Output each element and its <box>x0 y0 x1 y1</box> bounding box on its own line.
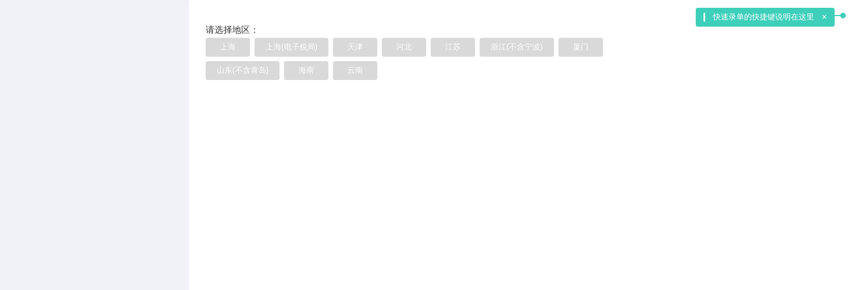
region-button-shanghai-etax[interactable]: 上海(电子税局) <box>255 38 328 57</box>
region-button-hebei[interactable]: 河北 <box>382 38 426 57</box>
region-button-xiamen[interactable]: 厦门 <box>558 38 603 57</box>
main-content: 请选择地区： 上海上海(电子税局)天津河北江苏浙江(不含宁波)厦门 山东(不含青… <box>189 0 868 290</box>
tooltip-connector-line <box>829 15 840 16</box>
tooltip-banner: 快速录单的快捷键说明在这里 × <box>696 8 835 27</box>
region-buttons-row1: 上海上海(电子税局)天津河北江苏浙江(不含宁波)厦门 <box>206 38 603 57</box>
region-button-shanghai[interactable]: 上海 <box>206 38 250 57</box>
region-button-hainan[interactable]: 海南 <box>284 61 328 80</box>
tooltip-close-button[interactable]: × <box>822 13 827 22</box>
page-label: 请选择地区： <box>206 24 259 36</box>
left-sidebar <box>0 0 189 290</box>
region-button-yunnan[interactable]: 云南 <box>333 61 377 80</box>
region-button-zhejiang[interactable]: 浙江(不含宁波) <box>480 38 553 57</box>
region-button-jiangsu[interactable]: 江苏 <box>431 38 475 57</box>
region-buttons-row2: 山东(不含青岛)海南云南 <box>206 61 377 80</box>
tooltip-text: 快速录单的快捷键说明在这里 <box>713 12 814 22</box>
region-button-shandong[interactable]: 山东(不含青岛) <box>206 61 280 80</box>
region-button-tianjin[interactable]: 天津 <box>333 38 377 57</box>
tooltip-connector-dot <box>840 13 846 18</box>
